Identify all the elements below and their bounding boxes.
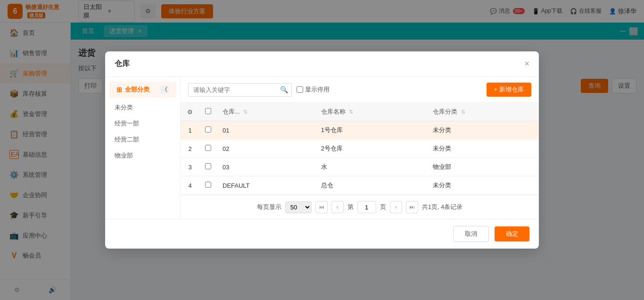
row-checkbox[interactable] [205, 163, 211, 169]
table-row[interactable]: 3 03 水 物业部 [181, 158, 539, 176]
modal-body: ⊞ 全部分类 《 未分类 经营一部 经营二部 物业部 [105, 77, 539, 219]
modal-title: 仓库 [115, 59, 130, 69]
per-page-label: 每页显示 [257, 203, 281, 211]
cancel-button[interactable]: 取消 [453, 226, 489, 242]
row-name: 水 [315, 158, 427, 176]
category-panel: ⊞ 全部分类 《 未分类 经营一部 经营二部 物业部 [105, 77, 181, 219]
all-categories-button[interactable]: ⊞ 全部分类 《 [109, 82, 176, 98]
warehouse-table: ⚙ 仓库... ⇅ 仓库名称 ⇅ [181, 103, 539, 195]
sort-code-icon: ⇅ [243, 109, 248, 115]
search-input[interactable] [188, 83, 292, 97]
category-item-property[interactable]: 物业部 [105, 148, 180, 164]
first-page-button[interactable]: ⏮ [315, 201, 328, 213]
row-name: 总仓 [315, 176, 427, 195]
page-input[interactable] [357, 201, 376, 213]
row-category: 未分类 [427, 121, 539, 140]
row-checkbox[interactable] [205, 126, 211, 133]
search-icon[interactable]: 🔍 [280, 86, 288, 93]
category-item-dept2[interactable]: 经营二部 [105, 132, 180, 148]
col-gear: ⚙ [181, 103, 199, 121]
table-row[interactable]: 1 01 1号仓库 未分类 [181, 121, 539, 140]
row-category: 未分类 [427, 176, 539, 195]
row-index: 4 [181, 176, 199, 195]
row-checkbox[interactable] [205, 182, 211, 188]
row-category: 物业部 [427, 158, 539, 176]
search-wrap: 🔍 [188, 83, 292, 97]
row-code: 01 [217, 121, 315, 140]
col-checkbox [199, 103, 217, 121]
row-index: 1 [181, 121, 199, 140]
row-code: 02 [217, 140, 315, 158]
add-warehouse-button[interactable]: + 新增仓库 [487, 83, 531, 97]
col-name[interactable]: 仓库名称 ⇅ [315, 103, 427, 121]
modal-close-button[interactable]: × [524, 59, 529, 69]
show-disabled-toggle[interactable]: 显示停用 [297, 85, 330, 94]
row-name: 1号仓库 [315, 121, 427, 140]
row-name: 2号仓库 [315, 140, 427, 158]
per-page-select[interactable]: 50 20 100 [285, 201, 312, 213]
show-disabled-checkbox[interactable] [297, 86, 303, 93]
row-category: 未分类 [427, 140, 539, 158]
last-page-button[interactable]: ⏭ [406, 201, 418, 213]
modal-overlay: 仓库 × ⊞ 全部分类 《 未分类 经营一部 经营二部 [0, 0, 644, 300]
row-code: DEFAULT [217, 176, 315, 195]
pagination-bar: 每页显示 50 20 100 ⏮ ‹ 第 页 › ⏭ 共1页, 4条记录 [181, 195, 539, 219]
warehouse-modal: 仓库 × ⊞ 全部分类 《 未分类 经营一部 经营二部 [105, 51, 539, 249]
col-code[interactable]: 仓库... ⇅ [217, 103, 315, 121]
col-category[interactable]: 仓库分类 ⇅ [427, 103, 539, 121]
prev-page-button[interactable]: ‹ [331, 201, 344, 213]
row-code: 03 [217, 158, 315, 176]
select-all-checkbox[interactable] [205, 108, 211, 114]
table-header: ⚙ 仓库... ⇅ 仓库名称 ⇅ [181, 103, 539, 121]
row-index: 2 [181, 140, 199, 158]
category-item-unclassified[interactable]: 未分类 [105, 100, 180, 116]
row-checkbox[interactable] [205, 145, 211, 151]
sort-name-icon: ⇅ [349, 109, 353, 115]
table-toolbar: 🔍 显示停用 + 新增仓库 [181, 77, 539, 103]
category-item-dept1[interactable]: 经营一部 [105, 116, 180, 132]
table-body: 1 01 1号仓库 未分类 2 [181, 121, 539, 195]
next-page-button[interactable]: › [390, 201, 402, 213]
confirm-button[interactable]: 确定 [495, 226, 529, 242]
table-panel: 🔍 显示停用 + 新增仓库 ⚙ [181, 77, 539, 219]
modal-header: 仓库 × [105, 51, 539, 77]
table-row[interactable]: 4 DEFAULT 总仓 未分类 [181, 176, 539, 195]
row-index: 3 [181, 158, 199, 176]
table-row[interactable]: 2 02 2号仓库 未分类 [181, 140, 539, 158]
grid-icon: ⊞ [116, 86, 122, 93]
page-label: 第 [347, 203, 354, 211]
page-unit-label: 页 [380, 203, 386, 211]
table-scroll: ⚙ 仓库... ⇅ 仓库名称 ⇅ [181, 103, 539, 195]
sort-category-icon: ⇅ [461, 109, 465, 115]
total-info-label: 共1页, 4条记录 [422, 203, 463, 211]
modal-footer: 取消 确定 [105, 219, 539, 249]
collapse-panel-button[interactable]: 《 [160, 85, 169, 94]
